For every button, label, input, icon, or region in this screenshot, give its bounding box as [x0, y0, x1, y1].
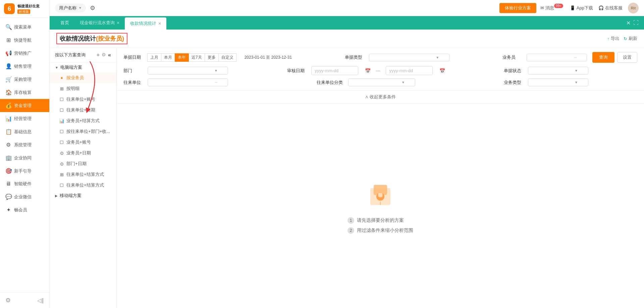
sidebar-item-purchase[interactable]: 🛒 采购管理 — [0, 73, 49, 86]
topbar-settings-icon[interactable]: ⚙ — [90, 4, 95, 12]
marketing-icon: 📢 — [5, 50, 11, 56]
date-tab-last-month[interactable]: 上月 — [147, 53, 161, 62]
scheme-by-staff[interactable]: ● 按业务员 — [50, 72, 116, 83]
partner-cat-select[interactable]: ▼ — [348, 79, 415, 86]
user-avatar[interactable]: Rit — [628, 3, 639, 13]
doc-type-label: 单据类型 — [345, 54, 364, 60]
date-tab-this-month[interactable]: 本月 — [161, 53, 175, 62]
message-button[interactable]: ✉ 消息 99+ — [540, 5, 565, 11]
app-download-button[interactable]: 📱 App下载 — [570, 5, 593, 11]
service-button[interactable]: 🎧 在线客服 — [598, 5, 623, 11]
sidebar-item-wechat[interactable]: 💬 企业微信 — [0, 190, 49, 203]
panel-collapse-button[interactable]: « — [108, 52, 111, 58]
empty-state: 1 请先选择要分析的方案 2 用过滤条件来缩小分析范围 — [347, 178, 413, 234]
sidebar-item-shortcut[interactable]: ⊞ 快捷导航 — [0, 34, 49, 47]
step-2-text: 用过滤条件来缩小分析范围 — [357, 227, 413, 234]
query-button[interactable]: 查询 — [592, 52, 614, 63]
scheme-unit-settle2[interactable]: ☐ 往来单位+结算方式 — [50, 180, 116, 191]
left-panel: 按以下方案查询 + ⚙ « — [50, 48, 117, 308]
window-expand-btn[interactable]: ⛶ — [633, 20, 639, 26]
calendar-icon-1[interactable]: 📅 — [365, 68, 371, 73]
doc-type-select[interactable]: ▼ — [369, 54, 449, 61]
scheme-unit-dept[interactable]: ☐ 按往来单位+部门+收... — [50, 126, 116, 137]
mobile-schemes-header[interactable]: ▶ 移动端方案 — [50, 191, 116, 201]
date-filter-label: 单据日期 — [123, 54, 142, 60]
staff-settle-icon: 📊 — [59, 118, 64, 123]
partner-select[interactable]: ··· — [148, 79, 228, 86]
download-icon: 📱 — [570, 5, 575, 10]
date-tab-7days[interactable]: 近7天 — [189, 53, 205, 62]
scheme-staff-settle[interactable]: 📊 业务员+结算方式 — [50, 115, 116, 126]
sidebar-item-label: 采购管理 — [14, 76, 32, 83]
audit-date-from[interactable]: yyyy-mm-dd — [311, 66, 358, 75]
sidebar-item-label: 基础信息 — [14, 129, 32, 135]
scheme-staff-account[interactable]: ☐ 业务员+账号 — [50, 137, 116, 148]
staff-select[interactable]: ··· — [527, 54, 587, 61]
logo-text: 畅捷通好生意 — [17, 4, 40, 9]
detail-icon: ⊞ — [59, 86, 64, 91]
page-title: 收款情况统计(按业务员) — [56, 33, 127, 44]
sidebar-item-search[interactable]: 🔍 搜索菜单 — [0, 20, 49, 34]
scheme-by-detail[interactable]: ⊞ 按明细 — [50, 83, 116, 94]
partner-more: ··· — [215, 81, 218, 84]
scheme-unit-account[interactable]: ☐ 往来单位+账号 — [50, 94, 116, 105]
sidebar-item-marketing[interactable]: 📢 营销推广 — [0, 47, 49, 60]
calendar-icon-2[interactable]: 📅 — [439, 68, 445, 73]
topbar-actions: ✉ 消息 99+ 📱 App下载 🎧 在线客服 Rit — [540, 3, 639, 13]
tab-bank-close[interactable]: × — [117, 20, 119, 25]
audit-date-to[interactable]: yyyy-mm-dd — [386, 66, 433, 75]
sidebar-item-sales[interactable]: 👤 销售管理 — [0, 60, 49, 73]
footer-collapse-icon[interactable]: ◁∥ — [37, 297, 44, 304]
tab-home[interactable]: 首页 — [55, 16, 74, 30]
staff-label: 业务员 — [502, 54, 521, 60]
set-button[interactable]: 设置 — [617, 52, 637, 63]
sidebar-item-operation[interactable]: 📊 经营管理 — [0, 112, 49, 125]
sidebar-item-enterprise[interactable]: 🏢 企业协同 — [0, 151, 49, 164]
dropdown-icon: ▼ — [78, 6, 82, 10]
tab-bank[interactable]: 现金银行流水查询 × — [74, 16, 125, 30]
trial-button[interactable]: 体验行业方案 — [499, 3, 536, 13]
user-selector[interactable]: 用户名称 ▼ — [55, 4, 86, 12]
tab-stats-close[interactable]: × — [158, 21, 161, 26]
sidebar-item-basic[interactable]: 📋 基础信息 — [0, 125, 49, 138]
scheme-dept-date[interactable]: ⊙ 部门+日期 — [50, 158, 116, 169]
sidebar-item-system[interactable]: ⚙ 系统管理 — [0, 138, 49, 151]
sidebar-item-member[interactable]: ✦ 畅会员 — [0, 203, 49, 216]
scheme-staff-date[interactable]: ⊙ 业务员+日期 — [50, 148, 116, 158]
tab-stats[interactable]: 收款情况统计 × — [125, 17, 166, 30]
staff-icon: ● — [59, 75, 64, 80]
sidebar-item-capital[interactable]: 💰 资金管理 — [0, 99, 49, 112]
topbar: 用户名称 ▼ ⚙ 体验行业方案 ✉ 消息 99+ 📱 App下载 🎧 在线客服 … — [50, 0, 644, 16]
desktop-schemes-header[interactable]: ▼ 电脑端方案 — [50, 62, 116, 72]
collapse-conditions-button[interactable]: ∧ 收起更多条件 — [117, 91, 644, 104]
dept-select[interactable]: ▼ — [148, 67, 228, 74]
refresh-button[interactable]: ↻ 刷新 — [624, 36, 637, 42]
grid-icon: ⊞ — [5, 37, 11, 43]
sales-icon: 👤 — [5, 63, 11, 69]
export-button[interactable]: ↑ 导出 — [607, 36, 620, 42]
doc-type-arrow: ▼ — [436, 56, 439, 59]
logo-badge: 标准版 — [17, 9, 30, 14]
sidebar-item-newbie[interactable]: 🎯 新手引导 — [0, 164, 49, 177]
window-close-btn[interactable]: ✕ — [626, 20, 631, 26]
collapse-label: 收起更多条件 — [370, 94, 396, 99]
add-scheme-button[interactable]: + — [97, 52, 100, 58]
sidebar-item-inventory[interactable]: 🏠 库存核算 — [0, 86, 49, 99]
sidebar-item-label: 畅会员 — [14, 207, 27, 213]
logo-icon: 6 — [4, 3, 15, 14]
date-tab-this-year[interactable]: 本年 — [175, 53, 189, 62]
scheme-unit-date[interactable]: ☐ 往来单位+日期 — [50, 105, 116, 115]
group-label: 电脑端方案 — [60, 64, 82, 70]
doc-status-select[interactable]: ▼ — [528, 67, 588, 74]
date-tab-custom[interactable]: 自定义 — [218, 53, 236, 62]
sidebar-item-label: 资金管理 — [14, 103, 32, 109]
empty-steps: 1 请先选择要分析的方案 2 用过滤条件来缩小分析范围 — [347, 217, 413, 234]
sidebar-footer: ⚙ ◁∥ — [0, 292, 49, 308]
scheme-unit-settle1[interactable]: ⊞ 往来单位+结算方式 — [50, 169, 116, 180]
sidebar-item-hardware[interactable]: 🖥 智能硬件 — [0, 177, 49, 190]
scheme-settings-icon[interactable]: ⚙ — [102, 52, 106, 58]
mobile-group-label: 移动端方案 — [60, 193, 82, 199]
date-tab-more[interactable]: 更多 — [205, 53, 219, 62]
footer-settings-icon[interactable]: ⚙ — [5, 297, 11, 304]
biz-type-select[interactable]: ▼ — [528, 79, 588, 86]
